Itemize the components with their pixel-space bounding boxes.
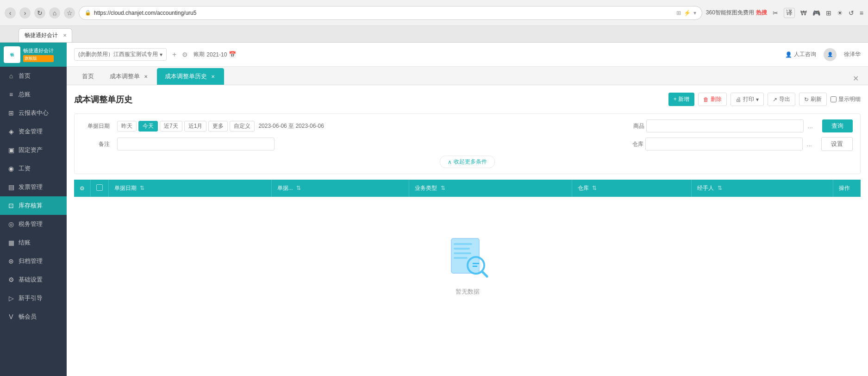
delete-btn[interactable]: 🗑 删除 xyxy=(698,93,727,106)
tab-cost-adjust-history[interactable]: 成本调整单历史 ✕ xyxy=(157,68,224,85)
th-check[interactable] xyxy=(91,180,109,197)
top-bar-right: 👤 人工咨询 👤 徐泽华 xyxy=(785,48,861,61)
refresh-button[interactable]: ↻ xyxy=(34,7,45,19)
scissors-icon[interactable]: ✂ xyxy=(773,9,778,17)
sidebar-item-ledger[interactable]: ≡ 总账 xyxy=(0,85,67,104)
search-btn[interactable]: 360智能抠图免费用 热搜 xyxy=(706,9,767,17)
sidebar-item-inventory[interactable]: ⊡ 库存核算 xyxy=(0,196,67,215)
sort-handler-icon[interactable]: ⇅ xyxy=(718,185,722,191)
gear-icon[interactable]: ⚙ xyxy=(80,185,85,192)
grid-icon[interactable]: ⊞ xyxy=(826,9,831,17)
date-btn-7days[interactable]: 近7天 xyxy=(160,121,182,132)
game-icon[interactable]: 🎮 xyxy=(812,9,820,17)
goods-filter-label: 商品 xyxy=(626,122,644,130)
add-company-btn[interactable]: + xyxy=(172,50,176,59)
service-btn[interactable]: 👤 人工咨询 xyxy=(785,50,816,58)
back-button[interactable]: ‹ xyxy=(5,7,16,19)
undo-icon[interactable]: ↺ xyxy=(849,9,854,17)
sidebar-item-label-closing: 结账 xyxy=(19,238,31,247)
tab-cost-adjust-close[interactable]: ✕ xyxy=(143,73,149,80)
remark-filter-input[interactable] xyxy=(117,138,275,150)
forward-button[interactable]: › xyxy=(19,7,31,19)
goods-more-icon[interactable]: ... xyxy=(806,122,815,130)
refresh-btn[interactable]: ↻ 刷新 xyxy=(799,93,827,106)
user-avatar[interactable]: 👤 xyxy=(824,48,837,61)
date-btn-more[interactable]: 更多 xyxy=(208,121,228,132)
company-name: (勿删勿禁用）江西服宝测试专用 xyxy=(78,50,158,58)
tab-home[interactable]: 首页 xyxy=(74,68,102,85)
home-button[interactable]: ⌂ xyxy=(49,7,60,19)
th-warehouse[interactable]: 仓库 ⇅ xyxy=(572,180,692,197)
sort-date-icon[interactable]: ⇅ xyxy=(140,185,144,191)
sun-icon[interactable]: ☀ xyxy=(837,9,843,17)
date-btn-1month[interactable]: 近1月 xyxy=(184,121,207,132)
collapse-label: 收起更多条件 xyxy=(454,158,487,166)
sort-number-icon[interactable]: ⇅ xyxy=(296,185,301,191)
th-biz-type[interactable]: 业务类型 ⇅ xyxy=(409,180,572,197)
th-date-label: 单据日期 xyxy=(114,185,137,191)
warehouse-more-icon[interactable]: ... xyxy=(805,140,814,148)
sidebar-header: 畅 畅捷通好会计 旗舰版 xyxy=(0,43,67,67)
company-selector[interactable]: (勿删勿禁用）江西服宝测试专用 ▾ xyxy=(74,48,167,61)
goods-filter-input[interactable] xyxy=(646,119,804,132)
th-biz-type-label: 业务类型 xyxy=(415,185,437,191)
sidebar-item-home[interactable]: ⌂ 首页 xyxy=(0,67,67,85)
calendar-icon[interactable]: 📅 xyxy=(229,51,236,58)
sort-warehouse-icon[interactable]: ⇅ xyxy=(592,185,597,191)
close-window-btn[interactable]: ✕ xyxy=(851,72,861,85)
guide-icon: ▷ xyxy=(7,295,15,302)
collapse-btn[interactable]: ∧ 收起更多条件 xyxy=(440,156,495,168)
sidebar-item-fixed-assets[interactable]: ▣ 固定资产 xyxy=(0,141,67,159)
main-content: (勿删勿禁用）江西服宝测试专用 ▾ + ⚙ 账期 2021-10 📅 👤 人工咨… xyxy=(67,43,868,376)
url-dropdown-icon[interactable]: ▾ xyxy=(693,10,696,16)
sidebar-item-funds[interactable]: ◈ 资金管理 xyxy=(0,122,67,141)
print-btn[interactable]: 🖨 打印 ▾ xyxy=(731,93,764,106)
wallet-icon[interactable]: ₩ xyxy=(800,9,807,17)
settings-gear-icon[interactable]: ⚙ xyxy=(182,51,188,58)
hot-icon: 热搜 xyxy=(756,9,767,17)
date-btn-custom[interactable]: 自定义 xyxy=(230,121,255,132)
membership-icon: V xyxy=(7,313,15,320)
show-cols-checkbox[interactable] xyxy=(831,96,837,102)
table-header: ⚙ 单据日期 ⇅ 单据... ⇅ xyxy=(74,180,861,197)
date-btn-yesterday[interactable]: 昨天 xyxy=(117,121,137,132)
bookmark-button[interactable]: ☆ xyxy=(64,7,75,19)
translate-icon[interactable]: 译 xyxy=(784,8,795,18)
remark-filter-label: 备注 xyxy=(82,140,110,148)
fixed-assets-icon: ▣ xyxy=(7,146,15,154)
browser-tab-chanjet[interactable]: 畅捷通好会计 ✕ xyxy=(19,28,72,42)
th-gear[interactable]: ⚙ xyxy=(74,180,91,197)
sidebar-item-guide[interactable]: ▷ 新手引导 xyxy=(0,289,67,307)
sidebar-item-reports[interactable]: ⊞ 云报表中心 xyxy=(0,104,67,122)
th-number[interactable]: 单据... ⇅ xyxy=(271,180,409,197)
sidebar-item-membership[interactable]: V 畅会员 xyxy=(0,307,67,326)
content-tabs: 首页 成本调整单 ✕ 成本调整单历史 ✕ ✕ xyxy=(67,67,868,85)
date-btn-today[interactable]: 今天 xyxy=(138,121,158,132)
select-all-checkbox[interactable] xyxy=(96,184,103,191)
th-handler[interactable]: 经手人 ⇅ xyxy=(692,180,833,197)
sidebar-item-archive[interactable]: ⊛ 归档管理 xyxy=(0,252,67,270)
period-value: 2021-10 xyxy=(206,51,227,58)
empty-state: 暂无数据 xyxy=(74,197,861,333)
sidebar-item-payroll[interactable]: ◉ 工资 xyxy=(0,159,67,178)
sidebar-item-tax[interactable]: ◎ 税务管理 xyxy=(0,215,67,233)
query-button[interactable]: 查询 xyxy=(822,119,853,132)
menu-icon[interactable]: ≡ xyxy=(860,9,863,17)
sidebar-item-closing[interactable]: ▦ 结账 xyxy=(0,233,67,252)
tab-cost-adjust-history-close[interactable]: ✕ xyxy=(210,73,216,80)
invoice-icon: ▤ xyxy=(7,183,15,191)
settings-button[interactable]: 设置 xyxy=(821,137,853,151)
th-date[interactable]: 单据日期 ⇅ xyxy=(109,180,272,197)
sidebar-item-basic-settings[interactable]: ⚙ 基础设置 xyxy=(0,270,67,289)
sort-biz-type-icon[interactable]: ⇅ xyxy=(441,185,445,191)
sidebar-item-label-funds: 资金管理 xyxy=(19,127,43,136)
browser-tab-label: 畅捷通好会计 xyxy=(25,31,58,39)
sidebar-item-invoice[interactable]: ▤ 发票管理 xyxy=(0,178,67,196)
browser-tab-close[interactable]: ✕ xyxy=(62,32,68,39)
warehouse-filter-input[interactable] xyxy=(645,138,803,150)
delete-label: 删除 xyxy=(711,95,722,103)
new-btn[interactable]: + 新增 xyxy=(668,93,694,106)
url-bar[interactable]: 🔒 https://cloud.chanjet.com/accounting/u… xyxy=(79,6,702,20)
tab-cost-adjust[interactable]: 成本调整单 ✕ xyxy=(102,68,157,85)
export-btn[interactable]: ↗ 导出 xyxy=(768,93,795,106)
